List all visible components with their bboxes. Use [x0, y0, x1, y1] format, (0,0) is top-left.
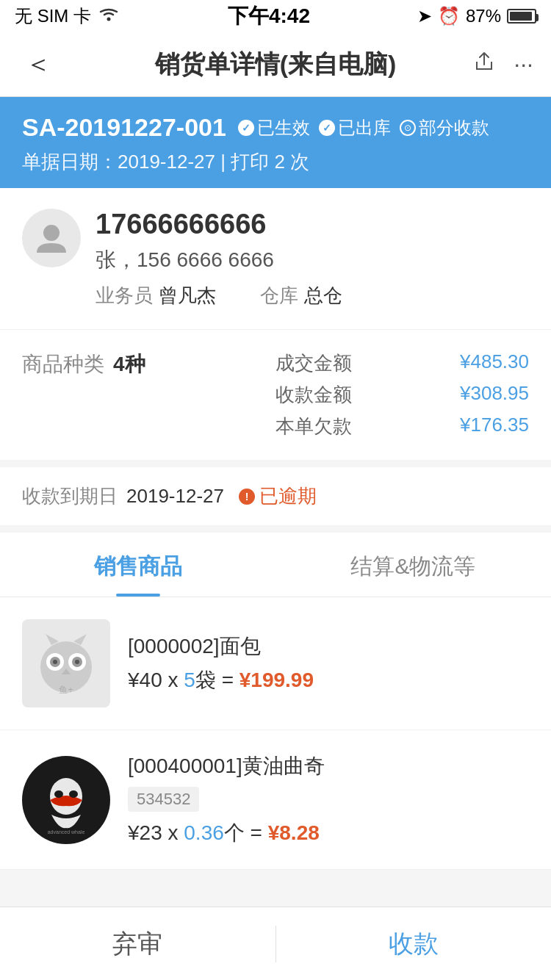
product-type-label: 商品种类 — [22, 350, 104, 378]
product-price-2: ¥23 x 0.36个 = ¥8.28 — [128, 819, 529, 847]
customer-meta: 业务员 曾凡杰 仓库 总仓 — [96, 283, 529, 309]
product-name-2: [000400001]黄油曲奇 — [128, 752, 529, 780]
product-qty-2: 0.36 — [184, 821, 224, 844]
received-value: ¥308.95 — [460, 382, 529, 408]
warehouse-label: 仓库 — [260, 283, 298, 309]
overdue-icon: ! — [239, 489, 255, 505]
svg-text:鱼+: 鱼+ — [59, 685, 73, 695]
tabs-section: 销售商品 结算&物流等 — [0, 533, 551, 597]
check-icon-1: ✓ — [238, 120, 254, 136]
customer-phone: 张，156 6666 6666 — [96, 246, 529, 274]
amount-label: 成交金额 — [276, 350, 352, 376]
product-item-2: advanced whale [000400001]黄油曲奇 534532 ¥2… — [0, 730, 551, 870]
due-date: 2019-12-27 — [126, 485, 224, 508]
due-label: 收款到期日 — [22, 483, 118, 509]
wifi-icon — [97, 6, 120, 26]
status-badges: ✓ 已生效 ✓ 已出库 ⊙ 部分收款 — [238, 116, 489, 140]
carrier-text: 无 SIM 卡 — [15, 4, 91, 28]
badge-partial: ⊙ 部分收款 — [400, 116, 489, 140]
svg-text:advanced whale: advanced whale — [48, 829, 85, 835]
product-thumbnail-1: 鱼+ — [22, 619, 110, 707]
battery-text: 87% — [466, 6, 501, 26]
status-bar: 无 SIM 卡 下午4:42 ➤ ⏰ 87% — [0, 0, 551, 32]
product-item: 鱼+ [0000002]面包 ¥40 x 5袋 = ¥199.99 — [0, 597, 551, 730]
nav-bar: ＜ 销货单详情(来自电脑) ··· — [0, 32, 551, 97]
product-qty-1: 5 — [184, 669, 195, 691]
svg-point-8 — [75, 660, 79, 664]
customer-section: 17666666666 张，156 6666 6666 业务员 曾凡杰 仓库 总… — [0, 188, 551, 330]
owed-value: ¥176.35 — [460, 414, 529, 439]
badge-effective: ✓ 已生效 — [238, 116, 310, 140]
confirm-button[interactable]: 收款 — [276, 912, 552, 976]
product-name-1: [0000002]面包 — [128, 633, 529, 660]
svg-point-0 — [107, 18, 111, 21]
owed-row: 本单欠款 ¥176.35 — [276, 414, 529, 439]
more-icon[interactable]: ··· — [514, 51, 533, 78]
status-time: 下午4:42 — [228, 2, 310, 30]
avatar — [22, 209, 81, 267]
stats-right: 成交金额 ¥485.30 收款金额 ¥308.95 本单欠款 ¥176.35 — [276, 350, 529, 439]
due-section: 收款到期日 2019-12-27 ! 已逾期 — [0, 467, 551, 533]
status-left: 无 SIM 卡 — [15, 4, 120, 28]
bottom-bar: 弃审 收款 — [0, 907, 551, 980]
location-icon: ➤ — [417, 6, 432, 26]
svg-point-16 — [69, 790, 78, 798]
sales-name: 曾凡杰 — [159, 283, 216, 309]
overdue-badge: ! 已逾期 — [239, 483, 317, 509]
amount-row: 成交金额 ¥485.30 — [276, 350, 529, 376]
product-price-1: ¥40 x 5袋 = ¥199.99 — [128, 666, 529, 694]
customer-info: 17666666666 张，156 6666 6666 业务员 曾凡杰 仓库 总… — [96, 209, 529, 309]
clock-icon: ⊙ — [400, 120, 416, 136]
cancel-button[interactable]: 弃审 — [0, 912, 276, 976]
order-id: SA-20191227-001 — [22, 113, 226, 142]
sales-label: 业务员 — [96, 283, 153, 309]
back-button[interactable]: ＜ — [18, 39, 59, 90]
warehouse-meta: 仓库 总仓 — [260, 283, 342, 309]
product-thumbnail-2: advanced whale — [22, 756, 110, 844]
sales-meta: 业务员 曾凡杰 — [96, 283, 216, 309]
product-details-1: [0000002]面包 ¥40 x 5袋 = ¥199.99 — [128, 633, 529, 694]
product-details-2: [000400001]黄油曲奇 534532 ¥23 x 0.36个 = ¥8.… — [128, 752, 529, 847]
product-tag-2: 534532 — [128, 787, 199, 812]
overdue-text: 已逾期 — [259, 483, 317, 509]
check-icon-2: ✓ — [319, 120, 335, 136]
product-total-1: ¥199.99 — [240, 669, 314, 691]
header-band-top: SA-20191227-001 ✓ 已生效 ✓ 已出库 ⊙ 部分收款 — [22, 113, 529, 142]
page-title: 销货单详情(来自电脑) — [155, 48, 397, 82]
product-list: 鱼+ [0000002]面包 ¥40 x 5袋 = ¥199.99 — [0, 597, 551, 870]
product-type-count: 4种 — [113, 350, 145, 378]
svg-point-15 — [54, 790, 63, 798]
warehouse-name: 总仓 — [304, 283, 342, 309]
header-band: SA-20191227-001 ✓ 已生效 ✓ 已出库 ⊙ 部分收款 单据日期：… — [0, 97, 551, 188]
alarm-icon: ⏰ — [438, 6, 460, 26]
received-row: 收款金额 ¥308.95 — [276, 382, 529, 408]
battery-icon — [507, 9, 536, 24]
tab-settlement[interactable]: 结算&物流等 — [276, 533, 551, 597]
svg-point-1 — [43, 225, 60, 241]
stats-section: 商品种类 4种 成交金额 ¥485.30 收款金额 ¥308.95 本单欠款 ¥… — [0, 330, 551, 467]
stats-left: 商品种类 4种 — [22, 350, 276, 378]
badge-shipped: ✓ 已出库 — [319, 116, 391, 140]
owed-label: 本单欠款 — [276, 414, 352, 439]
amount-value: ¥485.30 — [460, 350, 529, 376]
header-band-bottom: 单据日期：2019-12-27 | 打印 2 次 — [22, 149, 529, 175]
nav-actions: ··· — [472, 50, 533, 79]
tab-sales-product[interactable]: 销售商品 — [0, 533, 276, 597]
customer-name: 17666666666 — [96, 209, 529, 240]
status-right: ➤ ⏰ 87% — [417, 6, 536, 26]
received-label: 收款金额 — [276, 382, 352, 408]
share-icon[interactable] — [472, 50, 496, 79]
product-type-row: 商品种类 4种 — [22, 350, 276, 378]
svg-point-7 — [53, 660, 57, 664]
product-total-2: ¥8.28 — [268, 821, 320, 844]
